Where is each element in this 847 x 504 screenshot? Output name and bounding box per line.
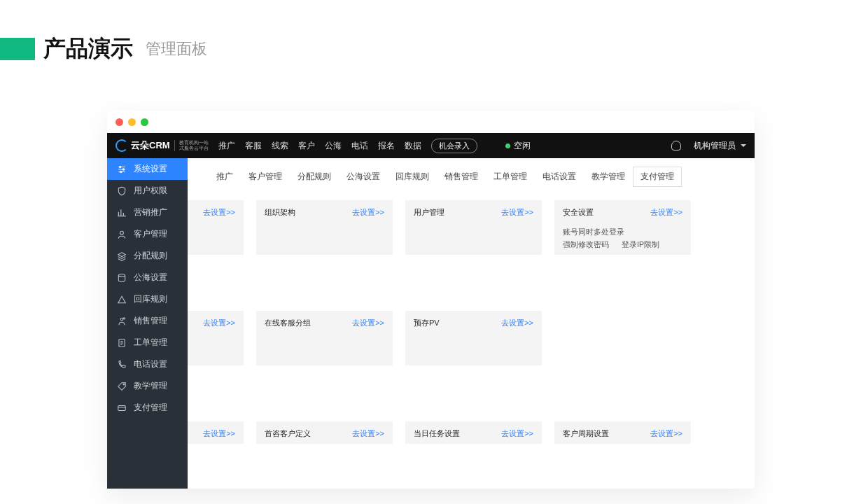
- settings-card: 去设置>>: [188, 311, 244, 365]
- top-bar: 云朵CRM 教育机构一站 式服务云平台 推广 客服 线索 客户 公海 电话 报名…: [107, 133, 755, 158]
- logo-tagline: 教育机构一站 式服务云平台: [174, 140, 209, 151]
- status-dot-icon: [505, 144, 510, 148]
- svg-point-2: [120, 171, 122, 172]
- tab-item[interactable]: 分配规则: [290, 167, 339, 187]
- window-titlebar: [107, 111, 755, 133]
- go-settings-link[interactable]: 去设置>>: [650, 207, 682, 218]
- tab-item[interactable]: 工单管理: [486, 167, 535, 187]
- topnav-item[interactable]: 公海: [325, 140, 342, 152]
- page-title: 产品演示: [43, 34, 133, 64]
- sidebar-item-user-permissions[interactable]: 用户权限: [107, 180, 188, 202]
- go-settings-link[interactable]: 去设置>>: [203, 318, 235, 328]
- sidebar-item-allocation-rules[interactable]: 分配规则: [107, 245, 188, 267]
- chevron-down-icon: [741, 144, 746, 147]
- layers-icon: [117, 251, 127, 261]
- sidebar-item-sales-management[interactable]: 销售管理: [107, 310, 188, 332]
- minimize-traffic-icon[interactable]: [128, 118, 136, 126]
- document-icon: [117, 338, 127, 348]
- sidebar-item-customer-management[interactable]: 客户管理: [107, 223, 188, 245]
- sidebar-item-payment-management[interactable]: 支付管理: [107, 397, 188, 419]
- svg-point-6: [123, 317, 125, 318]
- sliders-icon: [117, 164, 127, 174]
- sidebar-item-system-settings[interactable]: 系统设置: [107, 158, 188, 180]
- app-window: 云朵CRM 教育机构一站 式服务云平台 推广 客服 线索 客户 公海 电话 报名…: [107, 111, 755, 489]
- sidebar-item-public-pool[interactable]: 公海设置: [107, 267, 188, 288]
- settings-card: 去设置>>: [188, 421, 244, 444]
- settings-card-security: 安全设置 去设置>> 账号同时多处登录 强制修改密码 登录IP限制: [554, 200, 691, 255]
- tab-item[interactable]: 支付管理: [633, 167, 682, 187]
- accent-block: [0, 38, 35, 60]
- phone-icon: [117, 360, 127, 370]
- go-settings-link[interactable]: 去设置>>: [501, 428, 533, 439]
- card-title: 在线客服分组: [265, 318, 311, 327]
- database-icon: [117, 273, 127, 283]
- tab-item[interactable]: 客户管理: [241, 167, 290, 187]
- topnav-item[interactable]: 报名: [378, 140, 395, 152]
- record-button[interactable]: 机会录入: [431, 139, 477, 153]
- card-title: 客户周期设置: [563, 429, 609, 438]
- topnav-item[interactable]: 客户: [298, 140, 315, 152]
- sidebar-item-label: 用户权限: [134, 185, 167, 197]
- sidebar-item-return-rules[interactable]: 回库规则: [107, 288, 188, 310]
- settings-card-customer-service-group: 在线客服分组 去设置>>: [256, 311, 393, 365]
- svg-rect-9: [118, 405, 126, 410]
- logo-text: 云朵CRM: [131, 139, 170, 152]
- sidebar-item-phone-settings[interactable]: 电话设置: [107, 354, 188, 375]
- person-icon: [117, 316, 127, 326]
- status-indicator[interactable]: 空闲: [505, 140, 531, 152]
- page-heading: 产品演示 管理面板: [0, 34, 207, 64]
- tabs-row: 推广 客户管理 分配规则 公海设置 回库规则 销售管理 工单管理 电话设置 教学…: [188, 158, 755, 195]
- topnav-item[interactable]: 数据: [405, 140, 421, 152]
- go-settings-link[interactable]: 去设置>>: [352, 207, 384, 218]
- card-sub-item: 强制修改密码: [563, 240, 609, 250]
- go-settings-link[interactable]: 去设置>>: [352, 428, 384, 439]
- tab-item[interactable]: 教学管理: [584, 167, 633, 187]
- topnav-item[interactable]: 推广: [218, 140, 235, 152]
- go-settings-link[interactable]: 去设置>>: [650, 428, 682, 439]
- tab-item[interactable]: 公海设置: [339, 167, 388, 187]
- sidebar-item-label: 系统设置: [134, 163, 167, 175]
- sidebar-item-label: 电话设置: [134, 358, 167, 370]
- close-traffic-icon[interactable]: [115, 118, 123, 126]
- settings-card-customer-cycle: 客户周期设置 去设置>>: [554, 421, 691, 444]
- logo-icon: [115, 139, 128, 152]
- settings-card-org-structure: 组织架构 去设置>>: [256, 200, 393, 255]
- tab-item[interactable]: 电话设置: [535, 167, 584, 187]
- go-settings-link[interactable]: 去设置>>: [501, 207, 533, 218]
- sidebar: 系统设置 用户权限 营销推广 客户管理 分配规则 公海设置: [107, 158, 188, 489]
- credit-card-icon: [117, 403, 127, 413]
- tab-item[interactable]: 销售管理: [437, 167, 486, 187]
- topnav-item[interactable]: 电话: [351, 140, 368, 152]
- sidebar-item-teaching-management[interactable]: 教学管理: [107, 375, 188, 397]
- top-nav: 推广 客服 线索 客户 公海 电话 报名 数据: [218, 140, 421, 152]
- topnav-item[interactable]: 客服: [245, 140, 262, 152]
- card-title: 组织架构: [265, 208, 295, 216]
- go-settings-link[interactable]: 去设置>>: [501, 318, 533, 328]
- shield-icon: [117, 186, 127, 196]
- svg-point-1: [122, 168, 124, 169]
- card-title: 安全设置: [563, 208, 594, 216]
- go-settings-link[interactable]: 去设置>>: [203, 207, 235, 218]
- sidebar-item-label: 支付管理: [134, 402, 167, 414]
- svg-point-8: [123, 384, 125, 385]
- svg-point-0: [120, 166, 121, 167]
- bell-icon[interactable]: [671, 141, 681, 150]
- card-sub-item: 登录IP限制: [622, 240, 659, 250]
- tab-item[interactable]: 回库规则: [388, 167, 437, 187]
- card-title: 当日任务设置: [414, 429, 460, 438]
- tag-icon: [117, 382, 127, 391]
- sidebar-item-label: 工单管理: [134, 337, 167, 349]
- card-title: 用户管理: [414, 208, 444, 216]
- go-settings-link[interactable]: 去设置>>: [203, 428, 235, 439]
- card-title: 首咨客户定义: [265, 429, 311, 438]
- tab-item[interactable]: 推广: [209, 167, 241, 187]
- topnav-item[interactable]: 线索: [272, 140, 288, 152]
- sidebar-item-label: 分配规则: [134, 250, 167, 262]
- sidebar-item-ticket-management[interactable]: 工单管理: [107, 332, 188, 354]
- go-settings-link[interactable]: 去设置>>: [352, 318, 384, 328]
- user-role-menu[interactable]: 机构管理员: [694, 140, 746, 152]
- sidebar-item-marketing[interactable]: 营销推广: [107, 202, 188, 223]
- triangle-icon: [117, 295, 127, 304]
- maximize-traffic-icon[interactable]: [141, 118, 148, 126]
- settings-card-empty: [554, 311, 691, 365]
